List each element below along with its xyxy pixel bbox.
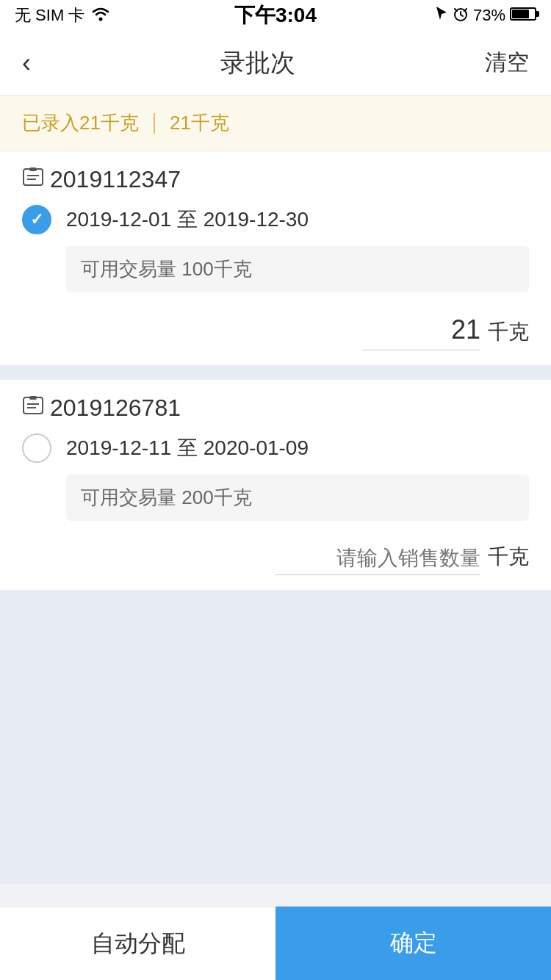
batch-2-id: 2019126781 [50,394,181,422]
batch-2-date-row[interactable]: 2019-12-11 至 2020-01-09 [22,433,529,463]
recorded-label: 已录入21千克 [22,110,139,136]
banner-divider [154,113,155,134]
batch-item-2: 2019126781 2019-12-11 至 2020-01-09 可用交易量… [0,380,551,590]
back-button[interactable]: ‹ [22,48,31,79]
svg-rect-6 [24,397,43,414]
svg-rect-2 [24,169,43,185]
no-sim-text: 无 SIM 卡 [15,4,84,26]
clear-button[interactable]: 清空 [485,48,529,78]
confirm-button[interactable]: 确定 [276,907,551,980]
recorded-value: 21千克 [170,110,229,136]
status-left: 无 SIM 卡 [15,4,111,26]
batch-1-icon [22,166,44,193]
batch-item-1: 2019112347 2019-12-01 至 2019-12-30 可用交易量… [0,151,551,365]
empty-area [0,590,551,884]
batch-2-radio[interactable] [22,433,51,463]
batch-1-date: 2019-12-01 至 2019-12-30 [66,206,309,234]
wifi-icon [90,5,111,26]
batch-2-icon [22,394,44,422]
location-icon [435,5,448,26]
page-title: 录批次 [220,46,295,80]
batch-1-date-row[interactable]: 2019-12-01 至 2019-12-30 [22,205,529,234]
battery-icon [510,6,536,25]
batch-1-radio[interactable] [22,205,51,234]
bottom-buttons: 自动分配 确定 [0,907,551,980]
auto-distribute-button[interactable]: 自动分配 [0,907,276,980]
status-time: 下午3:04 [234,1,317,29]
batch-2-unit: 千克 [488,543,529,575]
batch-1-header: 2019112347 [22,166,529,193]
svg-rect-7 [29,396,37,400]
nav-bar: ‹ 录批次 清空 [0,31,551,96]
section-divider-1 [0,365,551,380]
batch-1-unit: 千克 [488,318,529,350]
batch-2-qty-input[interactable] [304,547,480,570]
status-right: 73% [435,5,536,26]
battery-percent: 73% [473,6,505,25]
batch-1-id: 2019112347 [50,166,181,193]
svg-point-0 [99,18,103,21]
status-bar: 无 SIM 卡 下午3:04 [0,0,551,31]
batch-2-available: 可用交易量 200千克 [66,475,529,521]
svg-rect-3 [29,167,37,171]
batch-1-available: 可用交易量 100千克 [66,246,529,292]
batch-2-date: 2019-12-11 至 2020-01-09 [66,434,309,462]
batch-1-qty: 21 [451,314,480,345]
info-banner: 已录入21千克 21千克 [0,96,551,151]
batch-2-header: 2019126781 [22,394,529,422]
alarm-icon [453,5,469,26]
